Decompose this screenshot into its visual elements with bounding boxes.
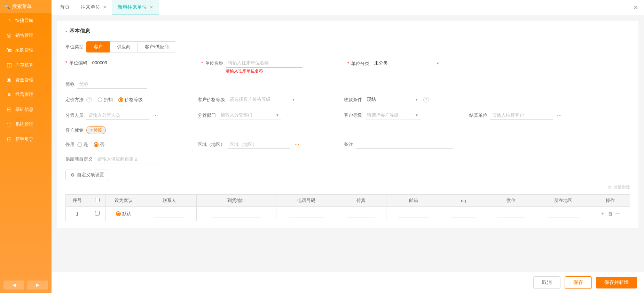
settlement-unit-input[interactable] xyxy=(490,111,553,120)
payment-terms-select[interactable]: 现结 ▼ xyxy=(365,95,421,104)
row-add-btn[interactable]: ＋ xyxy=(600,211,605,217)
save-button[interactable]: 保存 xyxy=(565,276,592,289)
gear-icon: ⚙ xyxy=(71,172,75,178)
table-select-all[interactable] xyxy=(95,198,100,202)
tab-home-label: 首页 xyxy=(60,4,70,10)
unit-category-select[interactable]: 未分类 ▼ xyxy=(372,59,442,68)
customer-level-field: 客户等级 请选择客户等级 ▼ xyxy=(344,111,455,120)
pricing-help-icon[interactable]: ? xyxy=(86,97,92,103)
custom-settings-btn[interactable]: ⚙ 自定义项设置 xyxy=(65,170,109,180)
payment-terms-arrow: ▼ xyxy=(415,98,418,101)
cell-contact[interactable] xyxy=(142,207,197,221)
sidebar-item-quick-nav[interactable]: ⌂ 快捷导航 xyxy=(0,13,52,28)
region-more-btn[interactable]: ··· xyxy=(293,141,300,148)
col-checkbox xyxy=(89,195,105,207)
note-input[interactable] xyxy=(356,140,453,149)
customer-tag-field: 客户标签 + 标签 xyxy=(65,126,106,134)
tab-partner-list[interactable]: 往来单位 ✕ xyxy=(75,0,112,15)
type-btn-both[interactable]: 客户/供应商 xyxy=(138,41,176,52)
disabled-radio-group: 是 否 xyxy=(77,141,104,148)
disabled-no-radio[interactable]: 否 xyxy=(94,141,104,148)
col-contact: 联系人 xyxy=(142,195,197,207)
manager-more-btn[interactable]: ··· xyxy=(152,112,159,119)
qq-input[interactable] xyxy=(451,210,476,218)
address-input[interactable] xyxy=(212,210,261,218)
tab-new-partner[interactable]: 新增往来单位 ✕ xyxy=(112,0,159,15)
customer-level-select[interactable]: 请选择客户等级 ▼ xyxy=(365,111,421,120)
content-area: ▪ 基本信息 单位类型 客户 供应商 客户/供应商 * xyxy=(52,15,644,272)
sidebar-item-finance[interactable]: ◉ 资金管理 xyxy=(0,72,52,87)
region-table-input[interactable] xyxy=(548,210,579,218)
contact-input[interactable] xyxy=(154,210,185,218)
unit-code-row: * 单位编码 * 单位名称 请输入往来单位名称 xyxy=(65,59,630,74)
sidebar-item-sales[interactable]: ◎ 销售管理 xyxy=(0,28,52,43)
unit-category-arrow: ▼ xyxy=(436,62,440,65)
tab-new-partner-close[interactable]: ✕ xyxy=(150,5,153,9)
disabled-row: 停用 是 否 区域（地区） ··· xyxy=(65,140,630,149)
disabled-yes-radio[interactable]: 是 xyxy=(77,141,88,148)
sidebar-item-guide[interactable]: ⊡ 新手引导 xyxy=(0,132,52,147)
sidebar-item-system[interactable]: ◌ 系统管理 xyxy=(0,117,52,132)
col-fax: 传真 xyxy=(336,195,386,207)
unit-name-input[interactable] xyxy=(226,59,303,67)
type-btn-supplier[interactable]: 供应商 xyxy=(110,41,138,52)
sidebar-item-label: 库存核算 xyxy=(15,62,33,68)
settlement-unit-more-btn[interactable]: ··· xyxy=(556,112,563,119)
cell-region[interactable] xyxy=(536,207,591,221)
col-wechat: 微信 xyxy=(486,195,536,207)
row-checkbox[interactable] xyxy=(95,211,100,215)
department-field: 分管部门 请输入分管部门 ▼ xyxy=(198,111,330,120)
settlement-unit-label: 结算单位 xyxy=(469,112,487,119)
pricing-method-label: 定价方法 xyxy=(65,97,84,103)
unit-type-field: 单位类型 客户 供应商 客户/供应商 xyxy=(65,41,630,52)
default-radio-circle xyxy=(116,211,121,216)
sidebar-search[interactable]: 🔍 搜索菜单 xyxy=(0,0,52,13)
cell-wechat[interactable] xyxy=(486,207,536,221)
manager-input[interactable] xyxy=(86,111,149,120)
pricing-level-radio[interactable]: 价格等级 xyxy=(118,97,143,103)
email-input[interactable] xyxy=(398,210,429,218)
sidebar-item-operations[interactable]: ≡ 经营管理 xyxy=(0,87,52,102)
tab-home[interactable]: 首页 xyxy=(54,0,75,15)
short-name-input[interactable] xyxy=(77,80,147,89)
sidebar-item-purchase[interactable]: 🛍 采购管理 xyxy=(0,43,52,57)
unit-code-input[interactable] xyxy=(90,59,153,67)
tag-add-btn[interactable]: + 标签 xyxy=(86,126,106,134)
sidebar-collapse-btn[interactable]: ◀ xyxy=(3,280,24,290)
sidebar-expand-btn[interactable]: ▶ xyxy=(27,280,48,290)
payment-help-icon[interactable]: ? xyxy=(423,97,429,103)
cell-qq[interactable] xyxy=(441,207,486,221)
sidebar-item-base-info[interactable]: ⊟ 基础信息 xyxy=(0,102,52,117)
unit-category-label: * 单位分类 xyxy=(347,60,369,67)
basic-info-card: ▪ 基本信息 单位类型 客户 供应商 客户/供应商 * xyxy=(57,21,638,228)
customer-level-placeholder: 请选择客户等级 xyxy=(367,112,414,118)
sidebar-item-label: 系统管理 xyxy=(15,121,33,128)
department-select[interactable]: 请输入分管部门 ▼ xyxy=(219,111,281,120)
save-new-button[interactable]: 保存并新增 xyxy=(596,277,637,288)
type-btn-customer[interactable]: 客户 xyxy=(86,41,110,52)
phone-input[interactable] xyxy=(289,210,324,218)
cancel-button[interactable]: 取消 xyxy=(533,276,560,289)
cell-fax[interactable] xyxy=(336,207,386,221)
supplier-custom-input[interactable] xyxy=(95,155,165,163)
row-delete-btn[interactable]: 🗑 xyxy=(608,211,613,217)
pricing-method-field: 定价方法 ? 折扣 价格等级 xyxy=(65,97,198,103)
region-input[interactable] xyxy=(228,140,290,149)
default-radio[interactable]: 默认 xyxy=(109,211,138,217)
region-field: 区域（地区） ··· xyxy=(198,140,330,149)
guide-icon: ⊡ xyxy=(6,136,13,143)
batch-delete-btn[interactable]: 🗑 批量删除 xyxy=(608,184,630,190)
cell-email[interactable] xyxy=(386,207,441,221)
tab-bar-close-btn[interactable]: ✕ xyxy=(630,4,641,11)
cell-default: 默认 xyxy=(106,207,142,221)
wechat-input[interactable] xyxy=(497,210,525,218)
disabled-field: 停用 是 否 xyxy=(65,141,198,148)
pricing-discount-radio[interactable]: 折扣 xyxy=(97,97,113,103)
fax-input[interactable] xyxy=(347,210,375,218)
tab-partner-list-close[interactable]: ✕ xyxy=(103,5,107,9)
customer-price-level-select[interactable]: 请选择客户价格等级 ▼ xyxy=(228,95,297,104)
purchase-icon: 🛍 xyxy=(6,47,13,53)
sidebar-item-inventory[interactable]: ◫ 库存核算 xyxy=(0,57,52,72)
cell-address[interactable] xyxy=(197,207,276,221)
cell-phone[interactable] xyxy=(276,207,336,221)
